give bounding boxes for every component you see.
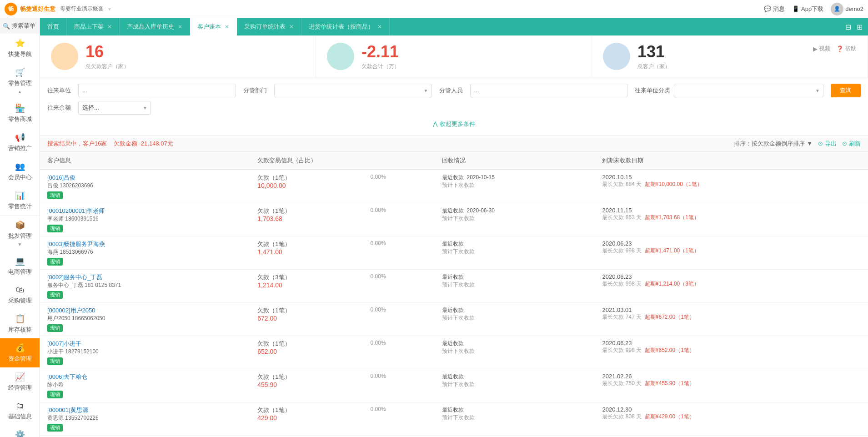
- overdue-link[interactable]: 超期¥1,214.00（3笔）: [645, 281, 699, 287]
- overdue-link[interactable]: 超期¥429.00（1笔）: [645, 413, 695, 420]
- svg-rect-5: [612, 49, 622, 53]
- category-select[interactable]: [674, 84, 823, 97]
- tab-close-icon[interactable]: ✕: [178, 24, 182, 30]
- debt-pct-cell: 0.00%: [363, 203, 435, 236]
- overdue-link[interactable]: 超期¥1,471.00（1笔）: [645, 247, 699, 254]
- user-menu[interactable]: 👤 demo2: [831, 3, 863, 15]
- sidebar-item-basic-info[interactable]: 🗂 基础信息: [0, 397, 40, 425]
- customer-name[interactable]: [0006]去下粮仓: [47, 373, 243, 381]
- debt-pct-cell: 0.00%: [363, 269, 435, 302]
- help-btn[interactable]: ❓ 帮助: [836, 45, 857, 53]
- debt-pct: 0.00%: [371, 240, 427, 246]
- collapse-btn[interactable]: ⋀ 收起更多条件: [47, 118, 861, 130]
- top-bar-right: 💬 消息 📱 App下载 👤 demo2: [764, 3, 863, 15]
- sidebar-item-purchase[interactable]: 🛍 采购管理: [0, 281, 40, 309]
- inventory-icon: 📋: [15, 314, 25, 324]
- tab-close-icon[interactable]: ✕: [289, 24, 294, 30]
- tab-product-history[interactable]: 产成品入库单历史 ✕: [120, 18, 190, 35]
- system-arrow: ▾: [108, 6, 111, 12]
- sidebar-search[interactable]: 🔍 搜索菜单: [0, 18, 40, 34]
- overdue-link[interactable]: 超期¥652.00（1笔）: [645, 347, 695, 353]
- sidebar-item-retail-store[interactable]: 🏪 零售商城: [0, 99, 40, 128]
- sidebar-item-member[interactable]: 👥 会员中心: [0, 157, 40, 186]
- debt-amount[interactable]: 652.00: [257, 348, 356, 355]
- customer-name[interactable]: [000001]黄思源: [47, 406, 243, 414]
- due-date-cell: 2020.12.30 最长欠款 808 天 超期¥429.00（1笔）: [595, 402, 868, 435]
- debt-amount[interactable]: 455.90: [257, 381, 356, 388]
- sidebar-item-quick-nav[interactable]: ⭐ 快捷导航: [0, 34, 40, 63]
- debt-amount[interactable]: 1,471.00: [257, 248, 356, 256]
- dept-select[interactable]: [274, 84, 432, 97]
- sidebar-item-marketing[interactable]: 📢 营销推广: [0, 128, 40, 157]
- customer-info-cell: [000001]黄思源 黄思源 13552700226 现销: [40, 402, 250, 435]
- sidebar-item-batch-mgmt[interactable]: 📦 批发管理 ▼: [0, 216, 40, 251]
- overdue-link[interactable]: 超期¥1,703.68（1笔）: [645, 214, 699, 221]
- stat-card-debt-total: -2.11 欠款合计（万）: [316, 35, 592, 78]
- stat-value-debt-customers: 16: [85, 43, 305, 61]
- customer-name[interactable]: [0016]吕俊: [47, 174, 243, 182]
- from-unit-input[interactable]: ...: [78, 84, 236, 97]
- debt-amount[interactable]: 1,703.68: [257, 215, 356, 222]
- sidebar-item-finance[interactable]: 💰 资金管理: [0, 338, 40, 367]
- tab-close-icon[interactable]: ✕: [225, 24, 229, 30]
- customer-name[interactable]: [000002]用户2050: [47, 306, 243, 315]
- overdue-days: 最长欠款 998 天 超期¥1,471.00（1笔）: [602, 247, 861, 255]
- customer-table: 客户信息 欠款交易信息（占比） 回收情况 到期未收款日期 [0016]吕俊 吕俊…: [40, 152, 868, 436]
- avatar: 👤: [831, 3, 843, 15]
- basic-info-icon: 🗂: [16, 401, 24, 411]
- message-btn[interactable]: 💬 消息: [764, 5, 785, 13]
- customer-name[interactable]: [00010200001]李老师: [47, 207, 243, 215]
- customer-name[interactable]: [0007]小进干: [47, 340, 243, 348]
- stat-label-debt-total: 欠款合计（万）: [361, 63, 581, 70]
- due-date-cell: 2020.06.23 最长欠款 998 天 超期¥1,214.00（3笔）: [595, 269, 868, 302]
- last-collect: 最近收款: [442, 373, 588, 381]
- tab-purchase-stats[interactable]: 进货单统计表（按商品） ✕: [301, 18, 390, 35]
- tab-customer-account[interactable]: 客户账本 ✕: [190, 18, 237, 35]
- collection-cell: 最近收款 预计下次收款: [435, 402, 595, 435]
- tab-purchase-order[interactable]: 采购订单统计表 ✕: [237, 18, 301, 35]
- sidebar-item-retail-mgmt[interactable]: 🛒 零售管理 ▲: [0, 63, 40, 99]
- debt-amount[interactable]: 429.00: [257, 414, 356, 422]
- table-row: [00010200001]李老师 李老师 18600391516 现销 欠款（1…: [40, 203, 868, 236]
- search-icon: 🔍: [3, 23, 10, 30]
- sidebar-item-ecommerce[interactable]: 💻 电商管理: [0, 251, 40, 281]
- customer-info-cell: [0016]吕俊 吕俊 13026203696 现销: [40, 170, 250, 203]
- video-btn[interactable]: ▶ 视频: [813, 45, 831, 53]
- filter-row-1: 往来单位 ... 分管部门 分管人员 ...: [47, 84, 861, 97]
- sidebar-item-operations[interactable]: 📈 经营管理: [0, 367, 40, 397]
- overdue-link[interactable]: 超期¥455.90（1笔）: [645, 380, 695, 387]
- customer-phone: 李老师 18600391516: [47, 215, 243, 223]
- member-icon: 👥: [15, 161, 25, 171]
- debt-amount[interactable]: 672.00: [257, 315, 356, 322]
- app-download-btn[interactable]: 📱 App下载: [792, 5, 823, 13]
- tab-maximize-icon[interactable]: ⊞: [855, 22, 864, 32]
- overdue-link[interactable]: 超期¥10,000.00（1笔）: [645, 181, 702, 187]
- debt-amount[interactable]: 10,000.00: [257, 182, 356, 189]
- debt-amount[interactable]: 1,214.00: [257, 281, 356, 289]
- sort-btn[interactable]: 排序：按欠款金额倒序排序 ▼: [734, 140, 813, 148]
- sidebar-item-retail-stats[interactable]: 📊 零售统计: [0, 186, 40, 215]
- overdue-link[interactable]: 超期¥672.00（1笔）: [645, 314, 695, 320]
- sidebar-item-inventory[interactable]: 📋 库存核算: [0, 309, 40, 338]
- tab-product-offline[interactable]: 商品上下架 ✕: [67, 18, 120, 35]
- sidebar-item-system[interactable]: ⚙️ 系统管理: [0, 425, 40, 437]
- customer-name[interactable]: [0002]服务中心_丁磊: [47, 273, 243, 281]
- last-collect: 最近收款: [442, 406, 588, 414]
- search-button[interactable]: 查询: [831, 84, 861, 97]
- debt-count: 欠款（1笔）: [257, 306, 356, 315]
- export-btn[interactable]: ⊙ 导出: [818, 140, 837, 148]
- person-input[interactable]: ...: [470, 84, 628, 97]
- tab-close-icon[interactable]: ✕: [107, 24, 112, 30]
- collection-cell: 最近收款 预计下次收款: [435, 369, 595, 402]
- balance-select[interactable]: 选择...: [78, 101, 151, 115]
- tab-collapse-icon[interactable]: ⊟: [843, 22, 853, 32]
- last-collect: 最近收款 2020-06-30: [442, 207, 588, 215]
- refresh-btn[interactable]: ⊙ 刷新: [842, 140, 861, 148]
- table-row: [000001]黄思源 黄思源 13552700226 现销 欠款（1笔） 42…: [40, 402, 868, 435]
- next-collect: 预计下次收款: [442, 281, 588, 289]
- tab-home[interactable]: 首页: [40, 18, 67, 35]
- debt-pct-cell: 0.00%: [363, 336, 435, 369]
- customer-name[interactable]: [0003]畅捷服务尹海燕: [47, 240, 243, 248]
- tab-close-icon[interactable]: ✕: [377, 24, 382, 30]
- logo-icon: 畅: [5, 3, 17, 15]
